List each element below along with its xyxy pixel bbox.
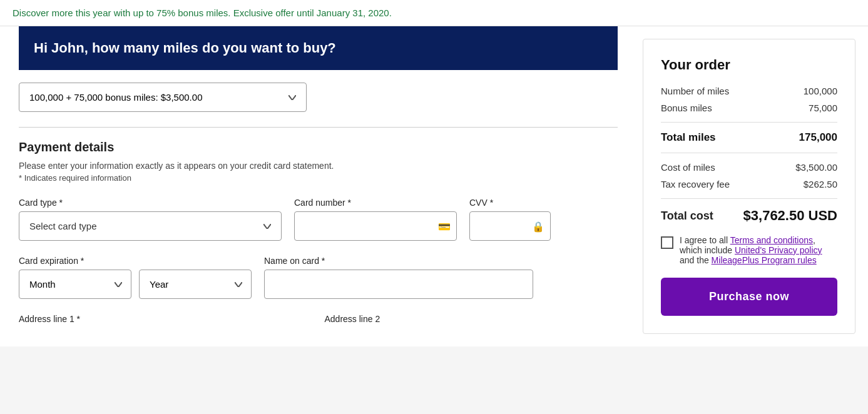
card-type-dropdown[interactable]: Select card type bbox=[19, 211, 282, 241]
cvv-group: CVV * 🔒 bbox=[469, 198, 551, 241]
address-line1-label: Address line 1 * bbox=[19, 314, 312, 324]
cvv-input[interactable] bbox=[469, 211, 551, 241]
total-cost-value: $3,762.50 USD bbox=[743, 208, 837, 224]
cvv-wrapper: 🔒 bbox=[469, 211, 551, 241]
banner-text: Discover more this year with up to 75% b… bbox=[13, 8, 392, 18]
total-miles-label: Total miles bbox=[661, 131, 716, 144]
address-line2-col: Address line 2 bbox=[325, 314, 618, 324]
address-line1-col: Address line 1 * bbox=[19, 314, 312, 324]
card-number-group: Card number * 💳 bbox=[294, 198, 457, 241]
tax-label: Tax recovery fee bbox=[661, 179, 730, 189]
payment-desc: Please enter your information exactly as… bbox=[19, 161, 618, 171]
expiry-label: Card expiration * bbox=[19, 256, 252, 266]
card-type-label: Card type * bbox=[19, 198, 282, 208]
miles-dropdown[interactable]: 100,000 + 75,000 bonus miles: $3,500.00 bbox=[19, 83, 307, 112]
total-miles-row: Total miles 175,000 bbox=[661, 131, 837, 144]
card-type-group: Card type * Select card type bbox=[19, 198, 282, 241]
agree-text-1: I agree to all bbox=[680, 235, 730, 245]
order-divider-2 bbox=[661, 153, 837, 153]
cost-of-miles-label: Cost of miles bbox=[661, 162, 715, 173]
tax-row: Tax recovery fee $262.50 bbox=[661, 179, 837, 189]
payment-title: Payment details bbox=[19, 140, 618, 154]
purchase-button[interactable]: Purchase now bbox=[661, 278, 837, 316]
required-note: * Indicates required information bbox=[19, 173, 618, 183]
order-summary-panel: Your order Number of miles 100,000 Bonus… bbox=[643, 39, 855, 334]
header-title: Hi John, how many miles do you want to b… bbox=[34, 40, 336, 56]
name-on-card-input[interactable] bbox=[264, 270, 533, 299]
purchase-button-label: Purchase now bbox=[709, 290, 789, 303]
section-divider bbox=[19, 127, 618, 128]
miles-select-wrapper: 100,000 + 75,000 bonus miles: $3,500.00 bbox=[19, 83, 618, 112]
agree-text-3: and the bbox=[680, 255, 712, 265]
page-header: Hi John, how many miles do you want to b… bbox=[19, 26, 618, 70]
card-info-row: Card type * Select card type Card number… bbox=[19, 198, 618, 241]
total-miles-value: 175,000 bbox=[799, 131, 837, 144]
name-on-card-label: Name on card * bbox=[264, 256, 533, 266]
order-title: Your order bbox=[661, 57, 837, 73]
total-cost-label: Total cost bbox=[661, 210, 713, 223]
cost-of-miles-value: $3,500.00 bbox=[795, 162, 837, 173]
agree-checkbox[interactable] bbox=[661, 236, 673, 249]
order-divider-3 bbox=[661, 198, 837, 199]
expiry-group: Card expiration * Month 01 - January 02 … bbox=[19, 256, 252, 299]
bonus-miles-label: Bonus miles bbox=[661, 103, 712, 113]
total-cost-row: Total cost $3,762.50 USD bbox=[661, 208, 837, 224]
order-divider-1 bbox=[661, 122, 837, 123]
mileage-link[interactable]: MileagePlus Program rules bbox=[712, 255, 817, 265]
card-number-input[interactable] bbox=[294, 211, 457, 241]
number-of-miles-label: Number of miles bbox=[661, 86, 729, 96]
bonus-miles-value: 75,000 bbox=[809, 103, 837, 113]
card-number-wrapper: 💳 bbox=[294, 211, 457, 241]
expiry-selects: Month 01 - January 02 - February 03 - Ma… bbox=[19, 270, 252, 299]
agree-text: I agree to all Terms and conditions, whi… bbox=[680, 235, 837, 265]
cvv-label: CVV * bbox=[469, 198, 551, 208]
cost-of-miles-row: Cost of miles $3,500.00 bbox=[661, 162, 837, 173]
terms-link[interactable]: Terms and conditions bbox=[730, 235, 813, 245]
name-on-card-group: Name on card * bbox=[264, 256, 533, 299]
agree-row: I agree to all Terms and conditions, whi… bbox=[661, 235, 837, 265]
month-dropdown[interactable]: Month 01 - January 02 - February 03 - Ma… bbox=[19, 270, 131, 299]
left-panel: Hi John, how many miles do you want to b… bbox=[0, 26, 636, 346]
address-line2-label: Address line 2 bbox=[325, 314, 618, 324]
year-dropdown[interactable]: Year 2020 2021 2022 2023 2024 2025 bbox=[139, 270, 252, 299]
promo-banner: Discover more this year with up to 75% b… bbox=[0, 0, 868, 26]
payment-section: Payment details Please enter your inform… bbox=[19, 140, 618, 324]
bonus-miles-row: Bonus miles 75,000 bbox=[661, 103, 837, 113]
card-number-label: Card number * bbox=[294, 198, 457, 208]
number-of-miles-value: 100,000 bbox=[804, 86, 837, 96]
address-row: Address line 1 * Address line 2 bbox=[19, 314, 618, 324]
tax-value: $262.50 bbox=[804, 179, 837, 189]
expiry-name-row: Card expiration * Month 01 - January 02 … bbox=[19, 256, 618, 299]
number-of-miles-row: Number of miles 100,000 bbox=[661, 86, 837, 96]
privacy-link[interactable]: United's Privacy policy bbox=[735, 245, 822, 255]
